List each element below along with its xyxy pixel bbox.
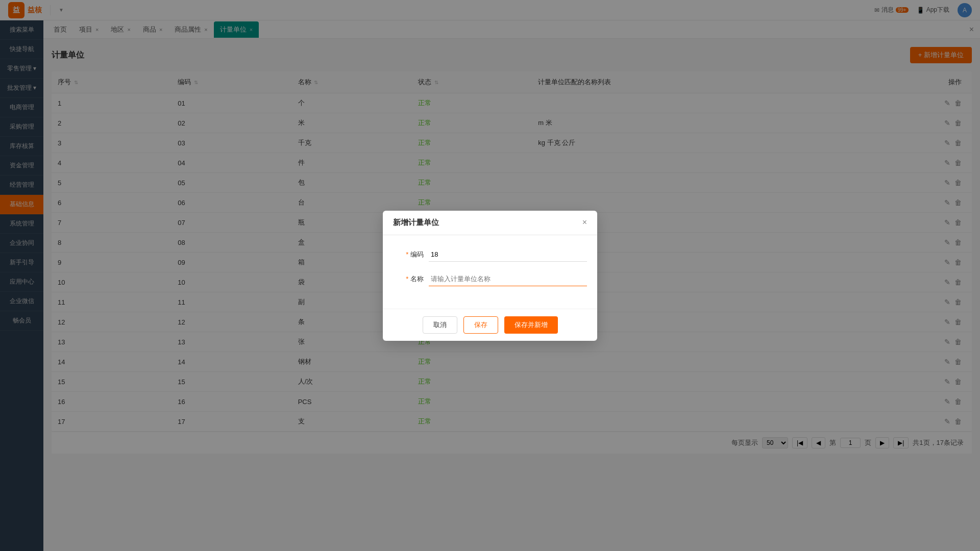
modal-footer: 取消 保存 保存并新增 (383, 309, 597, 341)
name-required-mark: * (406, 275, 408, 283)
add-unit-modal: 新增计量单位 × * 编码 * 名称 取消 保存 保存并新增 (383, 211, 597, 341)
modal-header: 新增计量单位 × (383, 211, 597, 235)
modal-close-button[interactable]: × (582, 218, 587, 227)
modal-title: 新增计量单位 (393, 218, 439, 228)
code-required-mark: * (406, 251, 408, 258)
modal-body: * 编码 * 名称 (383, 235, 597, 309)
save-and-new-button[interactable]: 保存并新增 (504, 316, 558, 334)
form-row-name: * 名称 (393, 272, 587, 286)
code-input[interactable] (429, 247, 587, 262)
modal-overlay: 新增计量单位 × * 编码 * 名称 取消 保存 保存并新增 (0, 0, 980, 551)
save-button[interactable]: 保存 (463, 316, 498, 334)
cancel-button[interactable]: 取消 (423, 316, 457, 334)
code-label: * 编码 (393, 250, 424, 259)
name-input[interactable] (429, 272, 587, 286)
form-row-code: * 编码 (393, 247, 587, 262)
name-label: * 名称 (393, 274, 424, 284)
